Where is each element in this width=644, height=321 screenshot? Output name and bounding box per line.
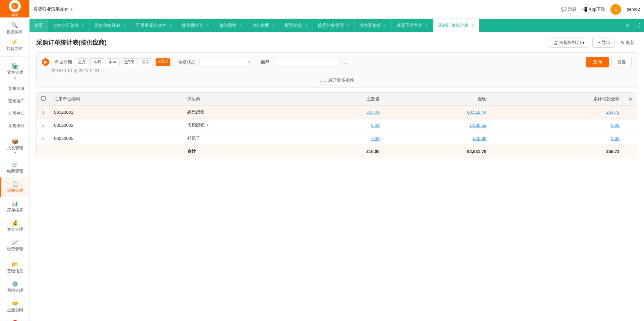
footer-total-label: 合计 xyxy=(183,145,301,158)
cell-code: 00020002 xyxy=(50,119,183,132)
cell-paid[interactable]: 259.72 xyxy=(490,106,624,119)
select-all-checkbox[interactable] xyxy=(41,96,46,101)
tab-chengben[interactable]: 成本调整单 ✕ xyxy=(355,19,392,32)
tab-chengben-close[interactable]: ✕ xyxy=(384,23,387,28)
sidebar-item-retail-mall[interactable]: 零售商城 xyxy=(0,83,29,95)
sidebar-item-ecommerce[interactable]: 🛒 电商管理 xyxy=(0,158,29,177)
sidebar-retail-mall-label: 零售商城 xyxy=(8,86,24,92)
tab-gongneng-close[interactable]: ✕ xyxy=(272,23,275,28)
sidebar-item-finance[interactable]: 💰 资金管理 xyxy=(0,216,29,236)
filter-this-month-btn[interactable]: 本月 xyxy=(90,58,104,66)
tab-zhuo[interactable]: 拣货任务管理 ✕ xyxy=(313,19,355,32)
svg-text:畅: 畅 xyxy=(13,5,15,8)
cell-qty[interactable]: 7.00 xyxy=(301,132,384,145)
tab-shoufa-close[interactable]: ✕ xyxy=(82,23,85,28)
tab-caigou[interactable]: 采购订单统计表 ✕ xyxy=(433,19,479,32)
sidebar-item-system[interactable]: ⚙️ 系统管理 xyxy=(0,277,29,297)
tab-close-all-button[interactable]: ✕ xyxy=(624,22,631,30)
sidebar-item-operation[interactable]: 📈 经营管理 xyxy=(0,236,29,255)
tab-shoufa[interactable]: 收发存汇总表 ✕ xyxy=(48,19,90,32)
sidebar-enterprise-label: 企业协同 xyxy=(7,307,23,313)
tab-home[interactable]: 首页 xyxy=(30,19,48,32)
sidebar-item-enterprise[interactable]: 🤝 企业协同 xyxy=(0,297,29,316)
tab-peizhi[interactable]: 配置信息 ✕ xyxy=(280,19,313,32)
tab-caigou-label: 采购订单统计表 xyxy=(438,22,469,29)
filter-toggle-button[interactable]: ▶ xyxy=(42,58,49,66)
sidebar-item-newguide[interactable]: 🎯 新手引导 xyxy=(0,316,29,321)
tab-yaoqing-close[interactable]: ✕ xyxy=(425,23,428,28)
tab-chaozhu[interactable]: 超储预警 ✕ xyxy=(214,19,247,32)
cell-paid[interactable]: 0.00 xyxy=(490,132,624,145)
cell-extra xyxy=(624,132,637,145)
cell-qty[interactable]: 303.00 xyxy=(301,106,384,119)
sidebar-item-stock[interactable]: 📊 库存核算 xyxy=(0,197,29,216)
tab-maximize-button[interactable]: ⛶ xyxy=(633,22,641,29)
retail-icon: 🏪 xyxy=(12,63,18,69)
filter-last-month-btn[interactable]: 上月 xyxy=(75,58,89,66)
cell-supplier: 飞鹤奶粉▼ xyxy=(183,119,301,131)
sidebar-item-retail[interactable]: 🏪 零售管理 ▲ xyxy=(0,59,29,83)
table-header-row: 往来单位编码 供应商 主数量 金额 累计付款金额 ⚙ xyxy=(37,93,637,106)
user-avatar[interactable]: E xyxy=(610,4,621,15)
filter-goods-input[interactable] xyxy=(274,58,341,66)
table-row: 3 00020005 好孩子 7.00 525.80 0.00 xyxy=(37,132,637,145)
cell-amount[interactable]: 60,519.44 xyxy=(384,106,490,119)
tab-gongneng[interactable]: 功能说明 ✕ xyxy=(247,19,280,32)
settings-button[interactable]: 设置 xyxy=(611,57,632,67)
th-supplier: 供应商 xyxy=(183,93,301,106)
cell-amount[interactable]: 525.80 xyxy=(384,132,490,145)
tab-keyong-close[interactable]: ✕ xyxy=(169,23,172,28)
cell-amount[interactable]: 1,586.52 xyxy=(384,119,490,132)
export-button[interactable]: ↗ 导出 xyxy=(592,38,615,48)
th-paid: 累计付款金额 xyxy=(490,93,624,106)
filter-expand-button[interactable]: ⌄⌄ 展开更多条件 xyxy=(319,77,354,83)
sidebar-item-basic[interactable]: 📂 基础信息 xyxy=(0,258,29,277)
tab-chaozhu-close[interactable]: ✕ xyxy=(239,23,242,28)
sidebar-item-search[interactable]: 🔍 搜索菜单 xyxy=(2,20,27,37)
template-print-label: 按模板打印 xyxy=(559,40,581,46)
th-amount: 金额 xyxy=(384,93,490,106)
expand-icon[interactable]: ▼ xyxy=(206,123,209,127)
sidebar-item-quicknav[interactable]: ⚡ 快捷导航 xyxy=(2,37,27,54)
workspace-selector[interactable]: 母婴行业演示账套 ▾ xyxy=(34,6,94,12)
refresh-button[interactable]: ↻ 刷新 xyxy=(618,38,637,47)
template-print-button[interactable]: 🖨 按模板打印 ▾ xyxy=(549,38,589,48)
tab-yaohuo[interactable]: 要货单统计表 ✕ xyxy=(90,19,131,32)
app-download-label: App下载 xyxy=(589,6,605,12)
sidebar-item-marketing[interactable]: 营销推广 xyxy=(0,95,29,107)
filter-status-select[interactable] xyxy=(199,58,253,66)
app-download-button[interactable]: 📲 App下载 xyxy=(582,6,605,12)
filter-this-year-btn[interactable]: 本年 xyxy=(106,58,120,66)
tab-baozhi[interactable]: 保质期查询 ✕ xyxy=(177,19,214,32)
tab-baozhi-close[interactable]: ✕ xyxy=(206,23,209,28)
cell-qty[interactable]: 6.00 xyxy=(301,119,384,132)
logo-icon: 畅 xyxy=(9,0,21,12)
sidebar-item-retail-stat[interactable]: 零售统计 xyxy=(0,120,29,132)
search-icon: 🔍 xyxy=(11,22,18,29)
page-title: 采购订单统计表(按供应商) xyxy=(36,39,107,47)
tab-keyong[interactable]: 可用量库存账本 ✕ xyxy=(131,19,177,32)
cell-paid[interactable]: 0.00 xyxy=(490,119,624,132)
tab-gongneng-label: 功能说明 xyxy=(252,22,269,29)
sidebar-retail-label: 零售管理 xyxy=(7,70,23,75)
tab-yaohuo-close[interactable]: ✕ xyxy=(123,23,126,28)
filter-date-label: 单据日期 xyxy=(55,59,72,65)
footer-qty: 316.00 xyxy=(301,145,384,158)
query-button[interactable]: 查询 xyxy=(586,57,609,67)
tab-yaoqing[interactable]: 邀请下游客户 ✕ xyxy=(392,19,433,32)
filter-7days-btn[interactable]: 近7天 xyxy=(121,58,138,66)
sidebar-item-purchase[interactable]: 📋 采购管理 xyxy=(0,177,29,197)
app-logo[interactable]: 畅 标服 xyxy=(0,0,29,17)
data-table: 往来单位编码 供应商 主数量 金额 累计付款金额 ⚙ 1 00020001 惠氏… xyxy=(37,93,637,158)
tab-caigou-close[interactable]: ✕ xyxy=(471,23,474,28)
message-button[interactable]: 💬 消息 xyxy=(561,6,577,12)
newguide-icon: 🎯 xyxy=(12,320,18,321)
tab-zhuo-close[interactable]: ✕ xyxy=(346,23,350,28)
filter-more-date-btn[interactable]: 更多 xyxy=(139,58,153,66)
tab-peizhi-close[interactable]: ✕ xyxy=(305,23,308,28)
page-inner: 采购订单统计表(按供应商) 🖨 按模板打印 ▾ ↗ 导出 ↻ 刷新 xyxy=(30,32,644,321)
tab-peizhi-label: 配置信息 xyxy=(285,22,302,29)
sidebar-item-member[interactable]: 会员中心 xyxy=(0,107,29,120)
sidebar-item-batch[interactable]: 📦 批发管理 ▼ xyxy=(0,135,29,158)
filter-goods-more-icon[interactable]: … xyxy=(342,59,347,65)
